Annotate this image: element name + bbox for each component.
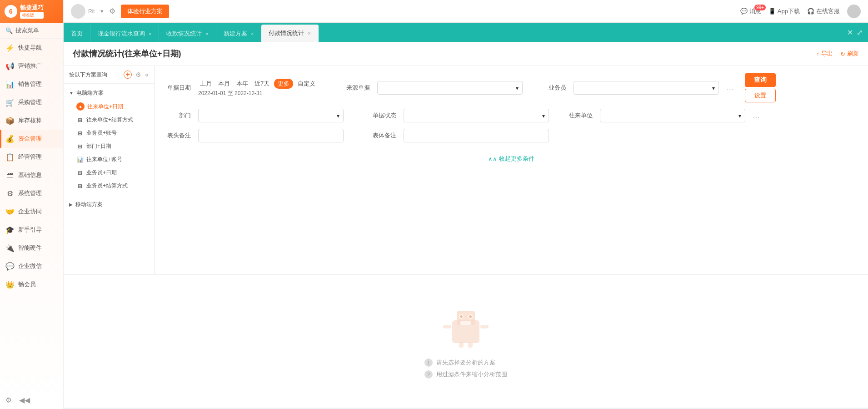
scheme-item-staff-date[interactable]: ⊞ 业务员+日期	[64, 166, 154, 179]
partner-select[interactable]	[600, 109, 745, 122]
settings-btn[interactable]: 设置	[745, 89, 776, 102]
settings-footer-icon[interactable]: ⚙	[5, 396, 12, 404]
sidebar-item-system[interactable]: ⚙ 系统管理	[0, 184, 63, 202]
scheme-item-unit-account[interactable]: 📊 往来单位+账号	[64, 153, 154, 166]
staff-more-icon[interactable]: …	[726, 84, 734, 92]
messages-item[interactable]: 💬 消息 99+	[740, 7, 761, 15]
tab-receipts-close[interactable]: ×	[205, 31, 208, 36]
query-btn[interactable]: 查询	[745, 73, 776, 87]
svg-point-5	[469, 315, 472, 318]
sidebar-item-weixin[interactable]: 💬 企业微信	[0, 257, 63, 275]
staff-select[interactable]	[574, 81, 719, 95]
user-dropdown-icon[interactable]: ▾	[100, 8, 104, 15]
date-opt-more[interactable]: 更多	[274, 79, 293, 89]
search-menu[interactable]: 🔍 搜索菜单	[0, 23, 63, 39]
partner-more-icon[interactable]: …	[753, 111, 760, 120]
scheme-item-unit-settle[interactable]: ⊞ 往来单位+结算方式	[64, 113, 154, 126]
tab-new-scheme[interactable]: 新建方案 ×	[216, 25, 261, 42]
source-chevron-icon	[516, 85, 519, 91]
tab-home[interactable]: 首页	[64, 25, 90, 42]
user-info: Rit	[71, 4, 95, 19]
collapse-sidebar-icon[interactable]: ◀◀	[19, 396, 30, 404]
refresh-icon: ↻	[840, 50, 845, 57]
page-content: 付款情况统计(往来单位+日期) ↑ 导出 ↻ 刷新 按以下方案查询	[64, 42, 868, 409]
inventory-icon: 📦	[5, 116, 15, 125]
refresh-btn[interactable]: ↻ 刷新	[840, 50, 859, 58]
add-scheme-icon[interactable]: +	[124, 71, 132, 79]
mobile-scheme-group-header[interactable]: ▶ 移动端方案	[64, 198, 154, 211]
top-avatar[interactable]	[847, 5, 861, 18]
hint-num-2: 2	[424, 370, 433, 379]
sidebar-item-newbie[interactable]: 🎓 新手引导	[0, 221, 63, 239]
staff-label: 业务员	[539, 84, 566, 92]
shortcut-label: 快捷导航	[18, 44, 42, 52]
sidebar-item-finance[interactable]: 💰 资金管理	[0, 130, 63, 148]
scheme-item-dept-date-label: 部门+日期	[86, 142, 111, 150]
online-service-item[interactable]: 🎧 在线客服	[807, 7, 840, 15]
collapse-filters-btn[interactable]: ∧∧ 收起更多条件	[488, 155, 534, 163]
date-label: 单据日期	[164, 84, 191, 92]
sidebar-item-shortcut[interactable]: ⚡ 快捷导航	[0, 39, 63, 57]
header-note-input[interactable]	[198, 129, 344, 142]
body-note-label: 表体备注	[369, 131, 396, 140]
tab-bank[interactable]: 现金银行流水查询 ×	[90, 25, 159, 42]
messages-badge: 99+	[754, 5, 766, 10]
sidebar-item-marketing[interactable]: 📢 营销推广	[0, 57, 63, 75]
doc-status-label: 单据状态	[369, 111, 396, 120]
sidebar-item-enterprise[interactable]: 🤝 企业协同	[0, 202, 63, 221]
trial-btn[interactable]: 体验行业方案	[121, 5, 169, 18]
sidebar-badge: 标准版	[20, 12, 44, 19]
tab-receipts[interactable]: 收款情况统计 ×	[159, 25, 216, 42]
tab-payments-close[interactable]: ×	[308, 30, 310, 36]
desktop-group-label: 电脑端方案	[76, 89, 104, 97]
date-opt-7days[interactable]: 近7天	[253, 79, 271, 89]
hardware-icon: 🔌	[5, 243, 15, 252]
tab-new-scheme-label: 新建方案	[224, 30, 247, 38]
sidebar-item-member[interactable]: 👑 畅会员	[0, 275, 63, 293]
source-select[interactable]	[377, 81, 523, 95]
tab-payments[interactable]: 付款情况统计 ×	[261, 25, 318, 42]
dept-select[interactable]	[198, 109, 344, 122]
doc-status-select[interactable]	[404, 109, 549, 122]
purchase-label: 采购管理	[18, 98, 42, 106]
tab-receipts-label: 收款情况统计	[166, 30, 202, 38]
expand-tabs-icon[interactable]: ⤢	[857, 28, 863, 37]
newbie-icon: 🎓	[5, 225, 15, 234]
close-all-tabs-icon[interactable]: ✕	[847, 28, 853, 37]
scheme-item-staff-settle[interactable]: ⊞ 业务员+结算方式	[64, 179, 154, 192]
sidebar-item-basic[interactable]: 🗃 基础信息	[0, 166, 63, 184]
scheme-item-staff-account[interactable]: ⊞ 业务员+账号	[64, 126, 154, 140]
sidebar-item-purchase[interactable]: 🛒 采购管理	[0, 93, 63, 111]
filter-row-1: 单据日期 上月 本月 本年 近7天 更多 自定义 2022-01-01 至 20…	[164, 73, 859, 102]
sidebar-item-sales[interactable]: 📊 销售管理	[0, 75, 63, 93]
app-download-item[interactable]: 📱 App下载	[768, 7, 800, 15]
phone-icon: 📱	[768, 8, 776, 15]
tab-new-scheme-close[interactable]: ×	[251, 31, 254, 36]
topbar-settings-icon[interactable]: ⚙	[109, 7, 115, 15]
scheme-settings-icon[interactable]: ⚙	[135, 71, 141, 78]
sidebar-item-inventory[interactable]: 📦 库存核算	[0, 111, 63, 130]
sidebar-item-hardware[interactable]: 🔌 智能硬件	[0, 239, 63, 257]
hint-num-1: 1	[424, 359, 433, 367]
scheme-item-unit-date-label: 往来单位+日期	[87, 103, 123, 111]
body-note-input[interactable]	[404, 129, 549, 142]
basic-label: 基础信息	[18, 171, 42, 179]
svg-rect-6	[460, 321, 471, 325]
scheme-collapse-icon[interactable]: «	[145, 71, 149, 78]
scheme-item-dept-date[interactable]: ⊞ 部门+日期	[64, 140, 154, 153]
scheme-item-unit-account-label: 往来单位+账号	[86, 156, 122, 163]
sidebar-item-operation[interactable]: 📋 经营管理	[0, 148, 63, 166]
basic-icon: 🗃	[5, 171, 15, 180]
shortcut-icon: ⚡	[5, 43, 15, 52]
scheme-item-unit-date-icon: ●	[76, 102, 85, 111]
date-opt-this-year[interactable]: 本年	[234, 79, 250, 89]
date-opt-last-month[interactable]: 上月	[198, 79, 214, 89]
date-opt-this-month[interactable]: 本月	[216, 79, 232, 89]
desktop-scheme-group-header[interactable]: ▼ 电脑端方案	[64, 86, 154, 100]
scheme-item-unit-date[interactable]: ● 往来单位+日期	[64, 100, 154, 113]
user-name-display: Rit	[88, 8, 95, 15]
date-opt-custom[interactable]: 自定义	[296, 79, 317, 89]
export-btn[interactable]: ↑ 导出	[817, 50, 833, 58]
tab-bank-close[interactable]: ×	[149, 31, 151, 36]
header-note-label: 表头备注	[164, 131, 191, 140]
